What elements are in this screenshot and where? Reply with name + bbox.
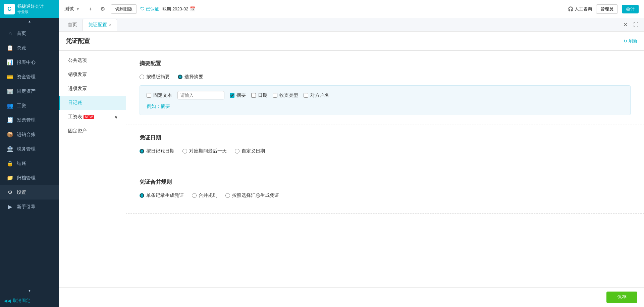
- select-merge-option[interactable]: 按照选择汇总生成凭证: [225, 192, 279, 199]
- summary-select-radio[interactable]: [178, 75, 182, 79]
- sidebar: C 畅捷通好会计 专业版 ▲ ⌂首页📋总账📊报表中心💳资金管理🏢固定资产👥工资🧾…: [0, 0, 59, 307]
- consult-btn[interactable]: 🎧 人工咨询: [568, 6, 592, 12]
- section-date: 凭证日期 按日记账日期 对应期间最后一天 自定义日期: [126, 125, 644, 169]
- sidebar-item-tax[interactable]: 🏦税务管理: [0, 142, 59, 156]
- settings-icon: ⚙: [7, 189, 13, 195]
- period-last-radio[interactable]: [182, 149, 187, 154]
- sidebar-item-ledger[interactable]: 📋总账: [0, 41, 59, 55]
- sidebar-item-report[interactable]: 📊报表中心: [0, 55, 59, 70]
- sidebar-nav: ⌂首页📋总账📊报表中心💳资金管理🏢固定资产👥工资🧾发票管理📦进销台账🏦税务管理🔒…: [0, 25, 59, 288]
- select-merge-radio[interactable]: [225, 193, 230, 198]
- content-body: 公共选项 销项发票 进项发票 日记账 工资表NEW ∨ 固定资产 摘要配置: [59, 51, 644, 287]
- tab-close-all-btn[interactable]: ✕: [621, 20, 630, 30]
- menu-item-public[interactable]: 公共选项: [59, 53, 126, 68]
- fixed-text-checkbox[interactable]: [147, 93, 151, 98]
- switch-old-btn[interactable]: 切到旧版: [111, 4, 137, 14]
- custom-date-option[interactable]: 自定义日期: [235, 148, 265, 154]
- sidebar-item-invoice[interactable]: 🧾发票管理: [0, 113, 59, 127]
- sidebar-item-assets[interactable]: 🏢固定资产: [0, 84, 59, 98]
- add-btn[interactable]: +: [86, 4, 95, 14]
- finance-icon: 💳: [7, 74, 13, 80]
- logo-text: 畅捷通好会计 专业版: [17, 4, 44, 14]
- sidebar-item-payroll[interactable]: 👥工资: [0, 98, 59, 113]
- date-checkbox[interactable]: [251, 93, 256, 98]
- sidebar-item-closing[interactable]: 🔒结账: [0, 156, 59, 171]
- summary-radio-group: 按模版摘要 选择摘要: [140, 74, 631, 80]
- sidebar-item-label: 首页: [17, 31, 26, 37]
- menu-item-fixed-assets[interactable]: 固定资产: [59, 124, 126, 138]
- manager-btn[interactable]: 管理员: [596, 4, 618, 14]
- sidebar-item-label: 新手引导: [17, 204, 36, 210]
- summary-checkbox[interactable]: [230, 93, 234, 98]
- section-merge: 凭证合并规则 单条记录生成凭证 合并规则 按照选择汇总生成凭证: [126, 169, 644, 214]
- sidebar-item-label: 工资: [17, 103, 26, 109]
- pay-type-checkbox[interactable]: [273, 93, 277, 98]
- menu-item-purchase-invoice[interactable]: 进项发票: [59, 82, 126, 96]
- sidebar-item-label: 报表中心: [17, 59, 36, 65]
- page-title: 凭证配置: [66, 37, 90, 50]
- single-radio[interactable]: [140, 193, 144, 198]
- report-icon: 📊: [7, 59, 13, 65]
- sidebar-item-label: 归档管理: [17, 175, 36, 181]
- period-last-option[interactable]: 对应期间最后一天: [182, 148, 227, 154]
- project-name: 测试 ▼: [64, 6, 80, 12]
- summary-select-option[interactable]: 选择摘要: [178, 74, 203, 80]
- counterpart-option[interactable]: 对方户名: [304, 92, 329, 98]
- scroll-down-btn[interactable]: ▼: [0, 288, 59, 294]
- section-merge-title: 凭证合并规则: [140, 179, 631, 186]
- ledger-icon: 📋: [7, 45, 13, 51]
- summary-option[interactable]: 摘要: [230, 92, 246, 98]
- sidebar-item-settings[interactable]: ⚙设置: [0, 185, 59, 200]
- sidebar-item-home[interactable]: ⌂首页: [0, 27, 59, 41]
- date-option[interactable]: 日期: [251, 92, 267, 98]
- tab-fullscreen-btn[interactable]: ⛶: [631, 20, 641, 30]
- assets-icon: 🏢: [7, 88, 13, 94]
- tab-close-icon[interactable]: ×: [109, 23, 111, 27]
- sidebar-item-label: 发票管理: [17, 117, 36, 123]
- summary-template-option[interactable]: 按模版摘要: [140, 74, 170, 80]
- calendar-icon[interactable]: 📅: [190, 6, 195, 11]
- home-icon: ⌂: [7, 31, 13, 37]
- fixed-text-option[interactable]: 固定文本: [147, 92, 172, 98]
- journal-date-option[interactable]: 按日记账日期: [140, 148, 174, 154]
- sidebar-item-label: 总账: [17, 45, 26, 51]
- section-summary-title: 摘要配置: [140, 60, 631, 67]
- menu-item-journal[interactable]: 日记账: [59, 96, 126, 110]
- menu-item-sales-invoice[interactable]: 销项发票: [59, 68, 126, 82]
- custom-date-radio[interactable]: [235, 149, 239, 154]
- project-chevron-icon[interactable]: ▼: [76, 7, 80, 11]
- refresh-btn[interactable]: ↻ 刷新: [624, 38, 637, 49]
- trade-icon: 📦: [7, 131, 13, 138]
- sidebar-item-finance[interactable]: 💳资金管理: [0, 70, 59, 84]
- bottom-bar: 保存: [59, 287, 644, 307]
- tab-voucher-config[interactable]: 凭证配置 ×: [83, 19, 117, 31]
- counterpart-checkbox[interactable]: [304, 93, 308, 98]
- tab-home[interactable]: 首页: [62, 19, 83, 31]
- main-area: 测试 ▼ + ⚙ 切到旧版 🛡 已认证 账期 2023-02 📅 🎧 人工咨询 …: [59, 0, 644, 307]
- header-right: 🎧 人工咨询 管理员 会计: [568, 4, 639, 14]
- merge-rule-radio[interactable]: [192, 193, 197, 198]
- date-radio-group: 按日记账日期 对应期间最后一天 自定义日期: [140, 148, 631, 154]
- tax-icon: 🏦: [7, 146, 13, 152]
- single-option[interactable]: 单条记录生成凭证: [140, 192, 184, 199]
- scroll-up-btn[interactable]: ▲: [0, 18, 59, 25]
- fixed-text-input[interactable]: [177, 91, 224, 99]
- role-btn[interactable]: 会计: [622, 5, 639, 13]
- cancel-fixed-btn[interactable]: ◀◀ 取消固定: [0, 294, 59, 307]
- sidebar-item-archive[interactable]: 📁归档管理: [0, 171, 59, 185]
- menu-item-payroll-table[interactable]: 工资表NEW ∨: [59, 110, 126, 124]
- merge-rule-option[interactable]: 合并规则: [192, 192, 217, 199]
- pay-type-option[interactable]: 收支类型: [273, 92, 298, 98]
- journal-date-radio[interactable]: [140, 149, 144, 154]
- tab-bar: 首页 凭证配置 × ✕ ⛶: [59, 18, 644, 32]
- save-btn[interactable]: 保存: [606, 292, 637, 303]
- new-badge: NEW: [84, 115, 94, 119]
- sidebar-item-guide[interactable]: ▶新手引导: [0, 200, 59, 214]
- summary-template-radio[interactable]: [140, 75, 144, 79]
- settings-btn[interactable]: ⚙: [98, 4, 107, 14]
- top-header: 测试 ▼ + ⚙ 切到旧版 🛡 已认证 账期 2023-02 📅 🎧 人工咨询 …: [59, 0, 644, 18]
- closing-icon: 🔒: [7, 160, 13, 167]
- sidebar-item-trade[interactable]: 📦进销台账: [0, 127, 59, 142]
- refresh-icon: ↻: [624, 39, 627, 44]
- merge-radio-group: 单条记录生成凭证 合并规则 按照选择汇总生成凭证: [140, 192, 631, 199]
